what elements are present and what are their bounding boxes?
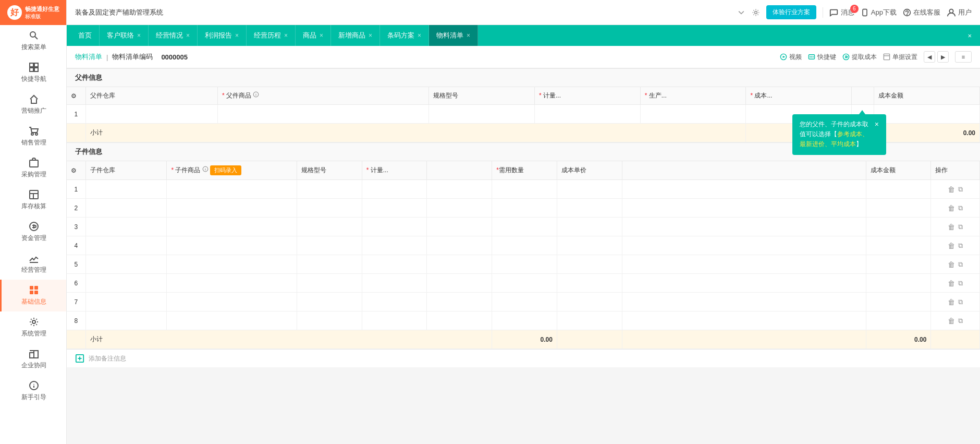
tab-profit[interactable]: 利润报告 × [198,25,247,46]
parent-th-settings[interactable]: ⚙ [67,87,85,105]
sidebar-item-enterprise[interactable]: 企业协同 [0,343,66,375]
parent-cell-produce[interactable] [640,105,746,124]
gear-header-icon[interactable] [752,8,760,17]
delete-icon-5[interactable]: 🗑 [948,279,955,287]
tooltip-close-btn[interactable]: × [875,118,879,130]
copy-icon-3[interactable]: ⧉ [958,242,963,250]
copy-icon-4[interactable]: ⧉ [958,260,963,269]
copy-icon-2[interactable]: ⧉ [958,223,963,231]
child-cell-qty-7[interactable] [492,311,557,330]
sidebar-item-nav[interactable]: 快捷导航 [0,57,66,89]
child-cell-unit-0[interactable] [362,180,427,199]
copy-icon-5[interactable]: ⧉ [958,279,963,287]
child-cell-qty-6[interactable] [492,293,557,311]
close-tab-profit[interactable]: × [235,32,239,39]
child-cell-product-1[interactable] [167,199,297,218]
tab-home[interactable]: 首页 [71,25,100,46]
child-cell-qty-5[interactable] [492,274,557,293]
app-download-btn[interactable]: App下载 [861,8,897,17]
sidebar-item-sales[interactable]: 销售管理 [0,121,66,152]
copy-icon-7[interactable]: ⧉ [958,317,963,325]
child-cell-warehouse-7[interactable] [85,311,167,330]
message-btn[interactable]: 6 消息 [829,8,854,17]
parent-cell-spec[interactable] [429,105,535,124]
add-note-label[interactable]: 添加备注信息 [89,354,126,363]
child-cell-warehouse-5[interactable] [85,274,167,293]
sidebar-item-search[interactable]: 搜索菜单 [0,25,66,57]
child-cell-warehouse-4[interactable] [85,255,167,274]
child-cell-spec-2[interactable] [297,218,362,236]
child-cell-unit-cost-3[interactable] [557,236,622,255]
child-cell-unit-7[interactable] [362,311,427,330]
child-cell-spec-3[interactable] [297,236,362,255]
tab-customer[interactable]: 客户联络 × [100,25,149,46]
copy-icon-6[interactable]: ⧉ [958,298,963,306]
child-cell-product-4[interactable] [167,255,297,274]
sidebar-item-guide[interactable]: 新手引导 [0,375,66,407]
child-cell-warehouse-1[interactable] [85,199,167,218]
online-service-btn[interactable]: 在线客服 [903,8,940,17]
sidebar-item-inventory[interactable]: 库存核算 [0,184,66,216]
close-tab-bom[interactable]: × [467,32,470,39]
child-cell-product-6[interactable] [167,293,297,311]
child-cell-warehouse-3[interactable] [85,236,167,255]
child-cell-spec-5[interactable] [297,274,362,293]
parent-cell-unit[interactable] [535,105,641,124]
breadcrumb-bom[interactable]: 物料清单 [75,52,102,62]
child-cell-qty-2[interactable] [492,218,557,236]
child-cell-unit-cost-7[interactable] [557,311,622,330]
copy-icon-0[interactable]: ⧉ [958,185,963,194]
child-cell-spec-7[interactable] [297,311,362,330]
child-cell-qty-0[interactable] [492,180,557,199]
tab-barcode[interactable]: 条码方案 × [380,25,429,46]
scan-input-btn[interactable]: 扫码录入 [210,165,241,175]
close-tab-barcode[interactable]: × [418,32,421,39]
toolbar-settings[interactable]: 单据设置 [883,53,917,62]
child-cell-unit-2[interactable] [362,218,427,236]
tab-product[interactable]: 商品 × [296,25,331,46]
child-cell-warehouse-2[interactable] [85,218,167,236]
child-cell-qty-3[interactable] [492,236,557,255]
close-tab-history[interactable]: × [284,32,288,39]
child-cell-warehouse-6[interactable] [85,293,167,311]
child-cell-qty-4[interactable] [492,255,557,274]
nav-prev-btn[interactable]: ◀ [924,51,935,63]
layout-toggle-btn[interactable]: ≡ [955,51,972,63]
toolbar-hotkey[interactable]: 快捷键 [808,53,836,62]
child-cell-product-7[interactable] [167,311,297,330]
child-cell-spec-6[interactable] [297,293,362,311]
child-cell-unit-cost-4[interactable] [557,255,622,274]
delete-icon-3[interactable]: 🗑 [948,242,955,250]
delete-icon-2[interactable]: 🗑 [948,223,955,231]
sidebar-item-marketing[interactable]: 营销推广 [0,89,66,121]
child-cell-unit-1[interactable] [362,199,427,218]
tab-bom[interactable]: 物料清单 × [429,25,478,46]
sidebar-item-purchase[interactable]: 采购管理 [0,152,66,184]
child-cell-unit-5[interactable] [362,274,427,293]
delete-icon-0[interactable]: 🗑 [948,185,955,194]
child-cell-unit-cost-6[interactable] [557,293,622,311]
parent-cell-product[interactable] [217,105,428,124]
child-cell-unit-6[interactable] [362,293,427,311]
child-cell-unit-cost-5[interactable] [557,274,622,293]
delete-icon-1[interactable]: 🗑 [948,204,955,212]
child-cell-unit-3[interactable] [362,236,427,255]
toolbar-video[interactable]: 视频 [780,53,802,62]
close-tab-customer[interactable]: × [137,32,141,39]
child-cell-unit-cost-2[interactable] [557,218,622,236]
child-cell-unit-cost-0[interactable] [557,180,622,199]
child-cell-product-0[interactable] [167,180,297,199]
child-th-settings[interactable]: ⚙ [67,161,85,180]
child-cell-warehouse-0[interactable] [85,180,167,199]
sidebar-item-system[interactable]: 系统管理 [0,311,66,343]
sidebar-item-management[interactable]: 经营管理 [0,248,66,280]
experience-btn[interactable]: 体验行业方案 [766,5,816,19]
close-tab-product[interactable]: × [320,32,323,39]
copy-icon-1[interactable]: ⧉ [958,204,963,212]
close-tab-operation[interactable]: × [186,32,190,39]
close-all-tabs[interactable]: × [963,32,976,40]
delete-icon-7[interactable]: 🗑 [948,317,955,325]
parent-cell-warehouse[interactable] [85,105,217,124]
sidebar-item-finance[interactable]: 资金管理 [0,216,66,248]
child-cell-product-3[interactable] [167,236,297,255]
